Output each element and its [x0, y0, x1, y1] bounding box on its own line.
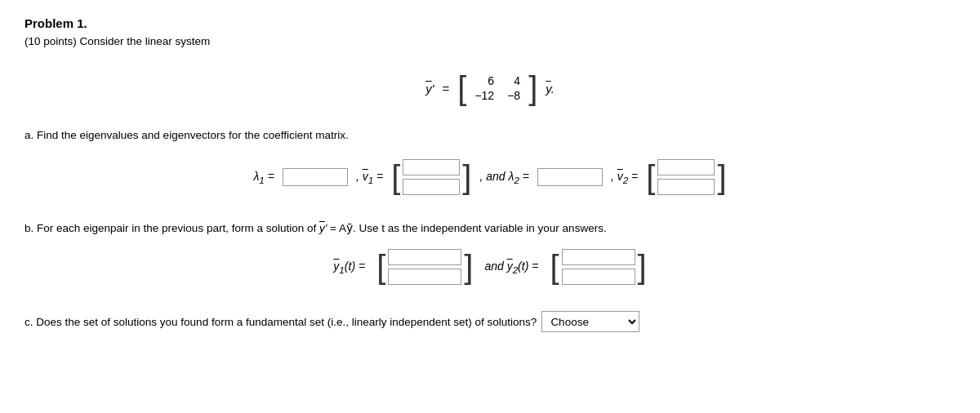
part-b-row: y1(t) = [ ] and y2(t) = [ ]: [24, 247, 956, 286]
matrix-cell-00: 6: [474, 74, 494, 87]
y1-input-bottom[interactable]: [388, 269, 461, 285]
part-b-label: b. For each eigenpair in the previous pa…: [24, 221, 956, 234]
and-y2-label: and y2(t) =: [484, 260, 538, 275]
vec1-bracket-right: ]: [462, 161, 471, 193]
vec1-label: , v1 =: [356, 170, 383, 185]
matrix-values: 6 4 −12 −8: [471, 73, 523, 104]
matrix-cell-01: 4: [504, 74, 520, 87]
and-lambda2-label: , and λ2 =: [479, 170, 528, 185]
yvec: y.: [546, 82, 555, 95]
vec2-bracket: [ ]: [646, 158, 726, 197]
bracket-right-matrix: ]: [528, 72, 537, 104]
part-a-row: λ1 = , v1 = [ ] , and λ2 = , v2 = [ ]: [24, 158, 956, 197]
part-c-dropdown[interactable]: Choose Yes No: [541, 311, 639, 332]
y1-inputs: [385, 247, 464, 286]
y2-input-bottom[interactable]: [562, 269, 635, 285]
lambda1-input[interactable]: [283, 168, 348, 186]
equals-sign: =: [443, 82, 450, 95]
matrix-cell-11: −8: [504, 89, 520, 102]
y2-bracket-left: [: [550, 251, 559, 283]
vec1-input-top[interactable]: [403, 159, 460, 175]
bracket-left-matrix: [: [457, 72, 466, 104]
matrix-cell-10: −12: [474, 89, 494, 102]
vec1-bracket: [ ]: [391, 158, 471, 197]
y2-input-top[interactable]: [562, 249, 635, 265]
vec2-bracket-right: ]: [717, 161, 726, 193]
y1-bracket: [ ]: [376, 247, 473, 286]
vec2-input-bottom[interactable]: [657, 179, 715, 195]
y1-input-top[interactable]: [388, 249, 461, 265]
problem-description: (10 points) Consider the linear system: [24, 35, 956, 47]
vec1-input-bottom[interactable]: [403, 179, 460, 195]
y2-bracket: [ ]: [550, 247, 646, 286]
part-c-row: c. Does the set of solutions you found f…: [24, 311, 956, 332]
vec2-inputs: [655, 158, 717, 197]
yvec-prime: y': [425, 82, 434, 95]
part-c-label: c. Does the set of solutions you found f…: [24, 316, 537, 328]
lambda1-label: λ1 =: [253, 170, 274, 185]
y1-bracket-right: ]: [464, 251, 473, 283]
matrix-equation: y' = [ 6 4 −12 −8 ] y.: [24, 72, 956, 104]
vec1-bracket-left: [: [391, 161, 400, 193]
vec1-inputs: [400, 158, 462, 197]
vec2-input-top[interactable]: [657, 159, 715, 175]
vec2-bracket-left: [: [646, 161, 655, 193]
part-a-label: a. Find the eigenvalues and eigenvectors…: [24, 129, 956, 141]
y2-inputs: [559, 247, 638, 286]
lambda2-input[interactable]: [537, 168, 603, 186]
y1-label: y1(t) =: [333, 260, 365, 275]
problem-title: Problem 1.: [24, 16, 956, 30]
y2-bracket-right: ]: [638, 251, 647, 283]
y1-bracket-left: [: [376, 251, 385, 283]
vec2-label: , v2 =: [611, 170, 638, 185]
